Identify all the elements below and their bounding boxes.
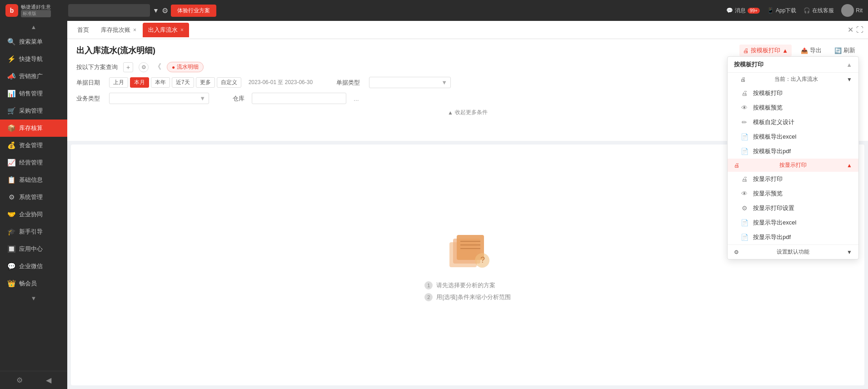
dropdown-item-template-pdf[interactable]: 📄 按模板导出pdf xyxy=(728,144,858,159)
marketing-icon: 📣 xyxy=(7,72,15,80)
app-download-label: App下载 xyxy=(776,7,796,15)
sidebar-item-label: 基础信息 xyxy=(19,176,43,184)
display-section-icon: 🖨 xyxy=(734,162,739,169)
dropdown-chevron-up[interactable]: ▲ xyxy=(846,61,852,68)
sidebar-item-label: 经营管理 xyxy=(19,159,43,167)
tab-inout-flow[interactable]: 出入库流水 × xyxy=(143,23,189,37)
template-print-btn[interactable]: 🖨 按模板打印 ▲ xyxy=(739,45,792,56)
sidebar-item-marketing[interactable]: 📣 营销推广 xyxy=(0,68,67,85)
dropdown-item-display-print-settings[interactable]: ⚙ 按显示打印设置 xyxy=(728,201,858,215)
date-btn-last-month[interactable]: 上月 xyxy=(109,77,128,88)
sidebar-item-inventory[interactable]: 📦 库存核算 xyxy=(0,120,67,137)
warehouse-label: 仓库 xyxy=(233,95,246,103)
dropdown-panel: 按模板打印 ▲ 🖨 当前：出入库流水 ▼ 🖨 按模板打印 👁 按模 xyxy=(727,56,859,259)
tab-bar-close-btn[interactable]: ✕ xyxy=(848,25,853,34)
sidebar-settings-btn[interactable]: ⚙ xyxy=(16,376,23,384)
warehouse-input[interactable] xyxy=(252,93,346,104)
biz-type-label: 业务类型 xyxy=(76,95,104,103)
quick-nav-icon: ⚡ xyxy=(7,55,15,63)
sidebar-item-quick-nav[interactable]: ⚡ 快捷导航 xyxy=(0,50,67,68)
date-btn-more[interactable]: 更多 xyxy=(196,77,215,88)
date-btn-custom[interactable]: 自定义 xyxy=(217,77,241,88)
filter-query-label: 按以下方案查询 xyxy=(76,63,118,71)
sidebar-item-basic-info[interactable]: 📋 基础信息 xyxy=(0,171,67,189)
filter-settings-btn[interactable]: ⚙ xyxy=(139,62,149,72)
sidebar-item-label: 畅会员 xyxy=(19,279,37,288)
step-num-1: 1 xyxy=(424,281,433,289)
settings-default-icon: ⚙ xyxy=(734,249,739,255)
empty-illustration: ? xyxy=(440,229,495,274)
search-input[interactable] xyxy=(68,4,150,17)
sidebar-item-guide[interactable]: 🎓 新手引导 xyxy=(0,223,67,240)
online-service-btn[interactable]: 🎧 在线客服 xyxy=(803,7,834,15)
tab-inout-flow-close[interactable]: × xyxy=(180,27,184,33)
display-print-settings-label: 按显示打印设置 xyxy=(753,204,794,212)
tab-home[interactable]: 首页 xyxy=(72,23,95,37)
dropdown-item-template-preview[interactable]: 👁 按模板预览 xyxy=(728,100,858,115)
empty-step-1: 1 请先选择要分析的方案 xyxy=(424,281,510,289)
date-btn-this-month[interactable]: 本月 xyxy=(130,77,149,88)
tab-inventory-batch-close[interactable]: × xyxy=(133,27,136,33)
warehouse-more-btn[interactable]: ... xyxy=(354,95,359,102)
sidebar-scroll-down[interactable]: ▼ xyxy=(0,292,67,304)
app-download-btn[interactable]: 📱 App下载 xyxy=(767,7,796,15)
template-pdf-icon: 📄 xyxy=(740,148,748,155)
sidebar-item-cooperation[interactable]: 🤝 企业协同 xyxy=(0,206,67,223)
sidebar-item-member[interactable]: 👑 畅会员 xyxy=(0,275,67,292)
sidebar-item-finance[interactable]: 💰 资金管理 xyxy=(0,137,67,154)
sidebar-item-label: 营销推广 xyxy=(19,72,43,80)
dropdown-footer-default[interactable]: ⚙ 设置默认功能 ▼ xyxy=(728,244,858,259)
sidebar-bottom: ⚙ ◀ xyxy=(0,371,67,389)
sidebar-item-app-center[interactable]: 🔲 应用中心 xyxy=(0,240,67,258)
tab-bar-expand-btn[interactable]: ⛶ xyxy=(856,26,863,34)
sidebar-item-wechat[interactable]: 💬 企业微信 xyxy=(0,258,67,275)
dropdown-item-display-preview[interactable]: 👁 按显示预览 xyxy=(728,186,858,201)
header-gear-btn[interactable]: ⚙ xyxy=(162,6,168,15)
user-area[interactable]: Rit xyxy=(841,4,863,17)
template-custom-icon: ✏ xyxy=(740,119,748,126)
dropdown-item-display-excel[interactable]: 📄 按显示导出excel xyxy=(728,215,858,230)
sidebar-item-purchase[interactable]: 🛒 采购管理 xyxy=(0,102,67,120)
finance-icon: 💰 xyxy=(7,141,15,150)
dropdown-title: 按模板打印 xyxy=(734,60,763,69)
message-badge: 99+ xyxy=(748,8,760,14)
dropdown-item-display-print[interactable]: 🖨 按显示打印 xyxy=(728,172,858,186)
empty-steps: 1 请先选择要分析的方案 2 用[选项]条件来缩小分析范围 xyxy=(424,281,510,301)
collapse-more-btn[interactable]: ▲ 收起更多条件 xyxy=(448,109,488,116)
biz-type-select[interactable] xyxy=(109,93,209,104)
doc-type-select[interactable] xyxy=(369,77,451,88)
display-print-settings-icon: ⚙ xyxy=(740,204,748,212)
sidebar-collapse-btn[interactable]: ◀ xyxy=(46,376,51,384)
message-icon: 💬 xyxy=(726,7,733,14)
dropdown-item-template-excel[interactable]: 📄 按模板导出excel xyxy=(728,130,858,144)
sidebar-item-operations[interactable]: 📈 经营管理 xyxy=(0,154,67,171)
filter-add-btn[interactable]: + xyxy=(123,62,133,72)
sidebar-scroll-up[interactable]: ▲ xyxy=(0,21,67,33)
dropdown-current-arrow: ▼ xyxy=(847,76,852,83)
basic-info-icon: 📋 xyxy=(7,176,15,184)
refresh-btn[interactable]: 🔄 刷新 xyxy=(831,45,859,56)
display-excel-icon: 📄 xyxy=(740,219,748,226)
template-excel-icon: 📄 xyxy=(740,133,748,140)
template-custom-label: 模板自定义设计 xyxy=(753,118,794,126)
dropdown-current-section[interactable]: 🖨 当前：出入库流水 ▼ xyxy=(728,73,858,86)
dropdown-display-section-header[interactable]: 🖨 按显示打印 ▲ xyxy=(728,159,858,172)
industry-btn[interactable]: 体验行业方案 xyxy=(171,5,216,17)
search-dropdown-btn[interactable]: ▼ xyxy=(153,7,159,14)
sidebar-item-system[interactable]: ⚙ 系统管理 xyxy=(0,189,67,206)
tab-inventory-batch[interactable]: 库存批次账 × xyxy=(95,23,142,37)
dropdown-item-template-print[interactable]: 🖨 按模板打印 xyxy=(728,86,858,100)
sidebar-item-sales[interactable]: 📊 销售管理 xyxy=(0,85,67,102)
message-btn[interactable]: 💬 消息 99+ xyxy=(726,7,760,15)
filter-collapse-left-btn[interactable]: 《 xyxy=(154,62,161,72)
export-btn[interactable]: 📤 导出 xyxy=(797,45,825,56)
doc-type-filter-label: 单据类型 xyxy=(336,79,364,87)
date-btn-last-7days[interactable]: 近7天 xyxy=(172,77,194,88)
date-btn-this-year[interactable]: 本年 xyxy=(151,77,170,88)
dropdown-item-display-pdf[interactable]: 📄 按显示导出pdf xyxy=(728,230,858,244)
sidebar-item-search-menu[interactable]: 🔍 搜索菜单 xyxy=(0,33,67,50)
app-center-icon: 🔲 xyxy=(7,245,15,253)
sidebar-item-label: 销售管理 xyxy=(19,90,43,98)
dropdown-item-template-custom[interactable]: ✏ 模板自定义设计 xyxy=(728,115,858,130)
inventory-icon: 📦 xyxy=(7,124,15,132)
